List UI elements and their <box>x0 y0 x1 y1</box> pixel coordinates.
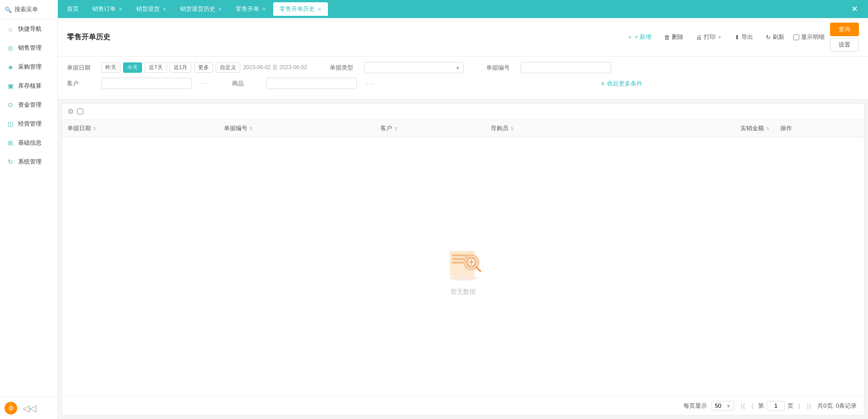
filter-area: 单据日期 昨天 今天 近7天 近1月 更多 自定义 2023-06-02 至 2… <box>58 56 868 99</box>
sidebar-search[interactable]: 🔍 搜索采单 <box>0 0 57 19</box>
sidebar-search-label: 搜索采单 <box>14 5 38 14</box>
sidebar-nav: ⌂ 快捷导航 ◎ 销售管理 ◈ 采购管理 ▣ 库存核算 ⊙ 资金管理 ◫ 经营管… <box>0 19 57 397</box>
empty-area: 暂无数据 <box>62 137 864 396</box>
tab-sales-order-close[interactable]: ✕ <box>119 6 123 12</box>
inventory-icon: ▣ <box>6 82 14 90</box>
tab-sales-return[interactable]: 销货退货 ✕ <box>130 2 173 16</box>
date-btn-7days[interactable]: 近7天 <box>145 62 167 73</box>
top-right-actions: ✕ <box>849 4 865 14</box>
select-all-checkbox[interactable] <box>77 108 83 114</box>
sidebar-item-label: 销售管理 <box>18 44 42 52</box>
print-dropdown-icon: ▼ <box>717 35 722 40</box>
customer-dots[interactable]: ··· <box>201 80 209 88</box>
col-amount[interactable]: 实销金额⇅ <box>618 120 775 137</box>
date-filter-label: 单据日期 <box>67 64 92 72</box>
date-btn-custom[interactable]: 自定义 <box>216 62 240 73</box>
tab-sales-return-history-close[interactable]: ✕ <box>218 6 222 12</box>
display-detail-label: 显示明细 <box>801 33 825 41</box>
display-detail-checkbox[interactable] <box>793 34 799 40</box>
page-size-select-wrapper: 50 100 <box>711 401 734 410</box>
voucher-no-label: 单据编号 <box>486 64 512 72</box>
page-navigation: ⟨⟨ ⟨ 第 页 ⟩ ⟩⟩ <box>739 401 813 410</box>
page-size-select[interactable]: 50 100 <box>711 401 734 410</box>
date-btn-more[interactable]: 更多 <box>194 62 213 73</box>
table-header: 单据日期⇅ 单据编号⇅ 客户⇅ 导购员⇅ 实销金额⇅ <box>62 120 864 137</box>
prev-page-btn[interactable]: ⟨ <box>749 401 755 410</box>
export-button[interactable]: ⬆ 导出 <box>731 31 757 43</box>
collapse-sidebar-btn[interactable]: ◁◁ <box>23 403 36 414</box>
add-icon: ＋ <box>627 33 633 41</box>
settings-icon-btn[interactable]: ⚙ <box>5 402 17 414</box>
sidebar-item-label: 库存核算 <box>18 82 42 90</box>
sales-icon: ◎ <box>6 44 14 52</box>
svg-point-0 <box>450 275 477 281</box>
next-page-btn[interactable]: ⟩ <box>796 401 802 410</box>
goods-dots[interactable]: ··· <box>366 80 375 88</box>
refresh-button[interactable]: ↻ 刷新 <box>762 31 788 43</box>
tab-sales-order[interactable]: 销售订单 ✕ <box>86 2 129 16</box>
col-no[interactable]: 单据编号⇅ <box>218 120 375 137</box>
collapse-more-btn[interactable]: ∧ 收起更多条件 <box>601 80 642 88</box>
tab-sales-return-history[interactable]: 销货退货历史 ✕ <box>174 2 228 16</box>
sidebar-item-inventory[interactable]: ▣ 库存核算 <box>0 76 57 95</box>
tab-sales-return-close[interactable]: ✕ <box>162 6 166 12</box>
tab-sales-return-label: 销货退货 <box>136 5 160 13</box>
date-btn-today[interactable]: 今天 <box>123 62 142 73</box>
col-salesperson[interactable]: 导购员⇅ <box>485 120 619 137</box>
window-close-btn[interactable]: ✕ <box>849 4 861 14</box>
tab-home-label: 首页 <box>67 5 79 13</box>
add-button[interactable]: ＋ + 新增 <box>623 31 655 43</box>
top-tabs: 首页 销售订单 ✕ 销货退货 ✕ 销货退货历史 ✕ 零售开单 ✕ 零售开单历史 … <box>58 0 868 18</box>
delete-button[interactable]: 🗑 删除 <box>660 31 687 43</box>
first-page-btn[interactable]: ⟨⟨ <box>739 401 747 410</box>
setting-button[interactable]: 设置 <box>830 38 859 52</box>
print-icon: 🖨 <box>696 34 702 41</box>
date-btn-1month[interactable]: 近1月 <box>170 62 192 73</box>
query-button[interactable]: 查询 <box>830 23 859 36</box>
sidebar-item-label: 系统管理 <box>18 158 42 166</box>
sidebar-item-label: 基础信息 <box>18 139 42 147</box>
tab-retail-open[interactable]: 零售开单 ✕ <box>229 2 272 16</box>
search-icon: 🔍 <box>5 6 12 13</box>
tab-retail-open-history[interactable]: 零售开单历史 ✕ <box>273 2 328 16</box>
page-word-prefix: 第 <box>758 402 764 410</box>
goods-input[interactable] <box>266 78 357 89</box>
customer-input[interactable] <box>101 78 192 89</box>
total-text: 共0页, 0条记录 <box>817 402 857 410</box>
print-button[interactable]: 🖨 打印 ▼ <box>693 31 726 43</box>
table-settings-icon[interactable]: ⚙ <box>67 107 74 116</box>
filter-row-2: 客户 ··· 商品 ··· ∧ 收起更多条件 <box>67 78 859 89</box>
tab-home[interactable]: 首页 <box>61 2 85 16</box>
page-number-input[interactable] <box>767 401 785 410</box>
sidebar-item-quick-nav[interactable]: ⌂ 快捷导航 <box>0 19 57 38</box>
sidebar-item-purchase-mgmt[interactable]: ◈ 采购管理 <box>0 57 57 76</box>
sidebar-item-operations[interactable]: ◫ 经营管理 <box>0 114 57 133</box>
display-detail-checkbox-label[interactable]: 显示明细 <box>793 33 825 41</box>
sidebar-item-finance[interactable]: ⊙ 资金管理 <box>0 95 57 114</box>
print-label: 打印 <box>704 33 716 41</box>
refresh-icon: ↻ <box>766 34 771 41</box>
empty-illustration <box>441 237 486 282</box>
col-date[interactable]: 单据日期⇅ <box>62 120 218 137</box>
voucher-type-select[interactable] <box>364 62 464 73</box>
tab-retail-open-history-close[interactable]: ✕ <box>318 6 322 12</box>
chevron-up-icon: ∧ <box>601 80 605 87</box>
date-btn-yesterday[interactable]: 昨天 <box>101 62 120 73</box>
finance-icon: ⊙ <box>6 101 14 109</box>
date-filter-group: 昨天 今天 近7天 近1月 更多 自定义 2023-06-02 至 2023-0… <box>101 62 307 73</box>
delete-label: 删除 <box>672 33 683 41</box>
empty-text: 暂无数据 <box>451 288 476 296</box>
sidebar-bottom: ⚙ ◁◁ <box>0 397 57 419</box>
sidebar-item-sales-mgmt[interactable]: ◎ 销售管理 <box>0 38 57 57</box>
sidebar-item-basic-info[interactable]: ⊞ 基础信息 <box>0 133 57 152</box>
add-label: + 新增 <box>635 33 651 41</box>
tab-retail-open-close[interactable]: ✕ <box>262 6 266 12</box>
voucher-no-input[interactable] <box>521 62 611 73</box>
sidebar-item-sys-mgmt[interactable]: ↻ 系统管理 <box>0 152 57 171</box>
col-customer[interactable]: 客户⇅ <box>375 120 485 137</box>
sidebar-item-label: 快捷导航 <box>18 25 42 33</box>
last-page-btn[interactable]: ⟩⟩ <box>805 401 813 410</box>
page-header: 零售开单历史 ＋ + 新增 🗑 删除 🖨 打印 ▼ ⬆ 导出 <box>58 18 868 56</box>
tab-sales-order-label: 销售订单 <box>92 5 116 13</box>
tab-retail-open-history-label: 零售开单历史 <box>280 5 315 13</box>
